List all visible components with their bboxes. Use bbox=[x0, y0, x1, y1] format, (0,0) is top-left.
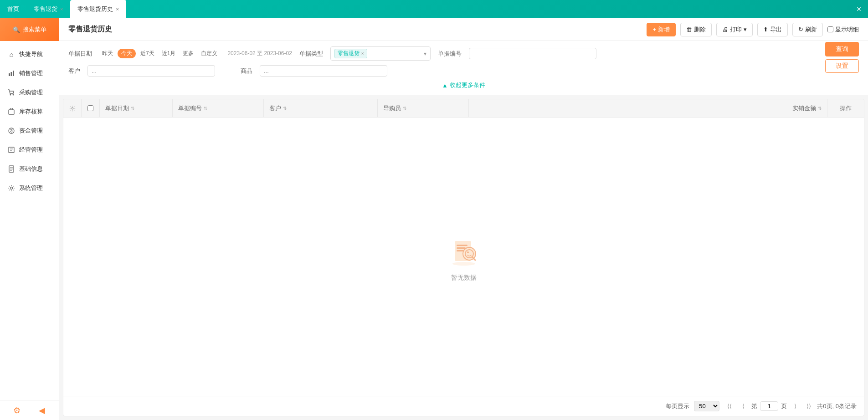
collapse-sidebar-icon[interactable]: ◀ bbox=[35, 403, 49, 418]
sidebar: 🔍 搜索菜单 ⌂ 快捷导航 销售管理 采购管理 bbox=[0, 18, 59, 420]
collapse-filter-button[interactable]: ▲ 收起更多条件 bbox=[442, 81, 485, 89]
nav-label-inventory: 库存核算 bbox=[19, 108, 43, 116]
sidebar-search[interactable]: 🔍 搜索菜单 bbox=[0, 18, 59, 41]
window-close-button[interactable]: × bbox=[850, 0, 868, 18]
export-button[interactable]: ⬆ 导出 bbox=[757, 23, 788, 36]
total-records: 共0页, 0条记录 bbox=[817, 402, 857, 410]
sidebar-item-system[interactable]: 系统管理 bbox=[0, 179, 59, 198]
tab-bar: 首页 零售退货 × 零售退货历史 × bbox=[0, 0, 850, 18]
goods-dots: ... bbox=[264, 67, 269, 74]
th-no[interactable]: 单据编号 ⇅ bbox=[173, 99, 264, 117]
date-btn-7days[interactable]: 近7天 bbox=[138, 49, 157, 58]
th-no-label: 单据编号 bbox=[178, 104, 202, 113]
sidebar-item-inventory[interactable]: 库存核算 bbox=[0, 102, 59, 121]
filter-row-2: 客户 ... 商品 ... bbox=[68, 65, 859, 77]
th-date-sort: ⇅ bbox=[131, 106, 134, 111]
sidebar-item-quicknav[interactable]: ⌂ 快捷导航 bbox=[0, 45, 59, 64]
table-header: 单据日期 ⇅ 单据编号 ⇅ 客户 ⇅ 导购员 ⇅ 实销金额 ⇅ bbox=[63, 99, 864, 118]
content-area: 零售退货历史 + 新增 🗑 删除 🖨 打印 ▾ ⬆ 导出 bbox=[59, 18, 868, 420]
first-page-button[interactable]: ⟨⟨ bbox=[724, 401, 735, 412]
setting-button[interactable]: 设置 bbox=[825, 59, 859, 73]
sidebar-item-finance[interactable]: 资金管理 bbox=[0, 121, 59, 140]
print-chevron: ▾ bbox=[744, 26, 747, 33]
svg-rect-15 bbox=[457, 250, 464, 251]
last-page-button[interactable]: ⟩⟩ bbox=[803, 401, 814, 412]
customer-dots: ... bbox=[92, 67, 97, 74]
svg-point-11 bbox=[452, 262, 475, 266]
th-guide[interactable]: 导购员 ⇅ bbox=[378, 99, 469, 117]
operations-icon bbox=[7, 146, 15, 154]
tab-retail-return-label: 零售退货 bbox=[34, 5, 57, 13]
query-setting-panel: 查询 设置 bbox=[825, 42, 859, 73]
tab-home-label: 首页 bbox=[7, 5, 19, 13]
tab-retail-return[interactable]: 零售退货 × bbox=[26, 0, 70, 18]
date-btn-custom[interactable]: 自定义 bbox=[198, 49, 220, 58]
prev-page-button[interactable]: ⟨ bbox=[738, 401, 749, 412]
page-number-input[interactable] bbox=[760, 401, 778, 411]
th-amount[interactable]: 实销金额 ⇅ bbox=[469, 99, 827, 117]
export-label: 导出 bbox=[770, 26, 782, 34]
select-all-checkbox[interactable] bbox=[87, 105, 93, 111]
collapse-label: 收起更多条件 bbox=[450, 81, 485, 89]
th-amount-sort: ⇅ bbox=[818, 106, 822, 111]
sidebar-item-purchase[interactable]: 采购管理 bbox=[0, 83, 59, 102]
nav-label-operations: 经营管理 bbox=[19, 146, 43, 154]
nav-label-system: 系统管理 bbox=[19, 184, 43, 192]
tab-retail-history-close[interactable]: × bbox=[116, 6, 118, 12]
date-btn-today[interactable]: 今天 bbox=[118, 49, 136, 58]
sidebar-item-operations[interactable]: 经营管理 bbox=[0, 140, 59, 159]
no-filter-input[interactable] bbox=[469, 48, 596, 59]
goods-filter-input[interactable]: ... bbox=[260, 65, 387, 77]
table-footer: 每页显示 50 10 20 100 ⟨⟨ ⟨ 第 页 ⟩ ⟩⟩ 共0页, 0条记… bbox=[63, 396, 864, 416]
print-icon: 🖨 bbox=[722, 26, 728, 33]
date-btn-yesterday[interactable]: 昨天 bbox=[99, 49, 116, 58]
th-op-label: 操作 bbox=[840, 104, 852, 113]
th-settings[interactable] bbox=[63, 99, 82, 117]
th-guide-label: 导购员 bbox=[383, 104, 401, 113]
page-label-before: 第 bbox=[751, 402, 757, 410]
add-button[interactable]: + 新增 bbox=[647, 23, 676, 36]
display-detail-toggle[interactable]: 显示明细 bbox=[827, 26, 859, 34]
delete-button[interactable]: 🗑 删除 bbox=[680, 23, 712, 36]
refresh-button[interactable]: ↻ 刷新 bbox=[792, 23, 823, 36]
tab-retail-return-close[interactable]: × bbox=[60, 6, 63, 12]
type-select-chevron: ▾ bbox=[424, 51, 426, 57]
nav-label-quicknav: 快捷导航 bbox=[19, 50, 43, 58]
goods-filter-label: 商品 bbox=[241, 67, 252, 75]
type-tag: 零售退货 × bbox=[334, 49, 367, 58]
svg-rect-7 bbox=[9, 147, 14, 153]
collapse-icon: ▲ bbox=[442, 82, 448, 89]
customer-filter-label: 客户 bbox=[68, 67, 80, 75]
type-filter-select[interactable]: 零售退货 × ▾ bbox=[330, 46, 431, 61]
print-button[interactable]: 🖨 打印 ▾ bbox=[716, 23, 753, 36]
tab-home[interactable]: 首页 bbox=[0, 0, 26, 18]
sidebar-item-basic-info[interactable]: 基础信息 bbox=[0, 159, 59, 179]
next-page-button[interactable]: ⟩ bbox=[790, 401, 801, 412]
empty-text: 暂无数据 bbox=[451, 274, 477, 282]
main-layout: 🔍 搜索菜单 ⌂ 快捷导航 销售管理 采购管理 bbox=[0, 18, 868, 420]
customer-filter-input[interactable]: ... bbox=[87, 65, 215, 77]
pagination: ⟨⟨ ⟨ 第 页 ⟩ ⟩⟩ 共0页, 0条记录 bbox=[724, 401, 857, 412]
settings-bottom-icon[interactable]: ⚙ bbox=[10, 403, 24, 418]
th-customer[interactable]: 客户 ⇅ bbox=[264, 99, 378, 117]
type-tag-close[interactable]: × bbox=[361, 51, 364, 56]
th-date[interactable]: 单据日期 ⇅ bbox=[100, 99, 173, 117]
th-checkbox[interactable] bbox=[82, 99, 100, 117]
date-btn-1month[interactable]: 近1月 bbox=[159, 49, 179, 58]
add-icon: + bbox=[652, 26, 656, 33]
query-button[interactable]: 查询 bbox=[825, 42, 859, 56]
page-label-after: 页 bbox=[781, 402, 787, 410]
tab-retail-history[interactable]: 零售退货历史 × bbox=[70, 0, 126, 18]
delete-icon: 🗑 bbox=[686, 26, 692, 33]
th-guide-sort: ⇅ bbox=[403, 106, 406, 111]
sidebar-item-sales[interactable]: 销售管理 bbox=[0, 64, 59, 83]
type-tag-text: 零售退货 bbox=[338, 50, 360, 57]
date-btn-more[interactable]: 更多 bbox=[180, 49, 196, 58]
nav-label-finance: 资金管理 bbox=[19, 127, 43, 135]
svg-rect-1 bbox=[11, 72, 12, 76]
display-detail-checkbox[interactable] bbox=[827, 26, 833, 32]
print-label: 打印 bbox=[730, 26, 742, 34]
data-table: 单据日期 ⇅ 单据编号 ⇅ 客户 ⇅ 导购员 ⇅ 实销金额 ⇅ bbox=[63, 99, 864, 416]
export-icon: ⬆ bbox=[763, 26, 768, 33]
page-size-select[interactable]: 50 10 20 100 bbox=[694, 401, 719, 411]
